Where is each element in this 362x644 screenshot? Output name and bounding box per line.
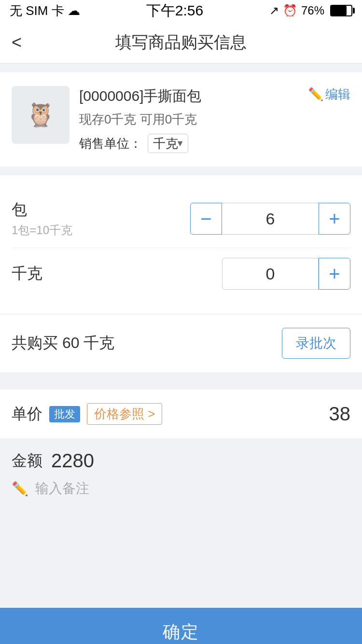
price-tag-pi: 批发 <box>49 406 80 422</box>
qty-label-kg-wrap: 千克 <box>12 263 42 284</box>
back-button[interactable]: < <box>12 32 22 53</box>
unit-select[interactable]: 千克 <box>148 134 188 153</box>
summary-section: 共购买 60 千克 录批次 <box>0 314 362 372</box>
qty-plus-bag[interactable]: + <box>319 203 350 235</box>
edit-icon: ✏️ <box>308 87 323 102</box>
summary-text: 共购买 60 千克 <box>12 333 114 354</box>
amount-value: 2280 <box>51 450 94 472</box>
amount-row: 金额 2280 <box>12 450 350 472</box>
price-row: 单价 批发 价格参照 > 38 <box>12 403 350 425</box>
amount-section: 金额 2280 ✏️ 输入备注 <box>0 438 362 511</box>
status-left: 无 SIM 卡 ☁ <box>10 2 80 19</box>
product-name: [0000006]手撕面包 <box>79 86 201 106</box>
battery-percent: 76% <box>301 4 324 17</box>
qty-plus-kg[interactable]: + <box>319 258 350 290</box>
summary-amount: 60 <box>62 334 80 351</box>
price-value: 38 <box>329 403 351 425</box>
qty-control-bag: − + <box>190 203 350 235</box>
qty-label-bag-wrap: 包 1包=10千克 <box>12 199 72 238</box>
product-logo: 🦉 <box>26 101 55 128</box>
qty-row-kg: 千克 + <box>12 248 350 299</box>
unit-select-wrap[interactable]: 千克 <box>148 134 188 153</box>
qty-sublabel-bag: 1包=10千克 <box>12 223 72 238</box>
qty-label-bag: 包 <box>12 199 72 221</box>
section-divider-1 <box>0 167 362 175</box>
product-stock: 现存0千克 可用0千克 <box>79 111 350 128</box>
price-left: 单价 批发 价格参照 > <box>12 403 162 425</box>
product-header: [0000006]手撕面包 ✏️ 编辑 <box>79 86 350 106</box>
status-time: 下午2:56 <box>146 1 203 21</box>
product-info: [0000006]手撕面包 ✏️ 编辑 现存0千克 可用0千克 销售单位： 千克 <box>79 86 350 153</box>
qty-control-kg: + <box>222 258 350 290</box>
status-right: ↗ ⏰ 76% <box>269 4 352 17</box>
battery-icon <box>330 5 352 16</box>
product-image: 🦉 <box>12 86 70 144</box>
qty-input-bag[interactable] <box>222 203 319 235</box>
unit-label: 销售单位： <box>79 135 142 152</box>
location-icon: ↗ <box>269 4 279 17</box>
confirm-button[interactable]: 确定 <box>0 608 362 644</box>
qty-label-kg: 千克 <box>12 263 42 284</box>
amount-label: 金额 <box>12 450 42 472</box>
price-ref-button[interactable]: 价格参照 > <box>87 403 162 425</box>
qty-input-kg[interactable] <box>222 258 319 290</box>
bottom-spacer <box>0 511 362 608</box>
remark-row[interactable]: ✏️ 输入备注 <box>12 479 350 498</box>
nav-bar: < 填写商品购买信息 <box>0 21 362 64</box>
product-card: 🦉 [0000006]手撕面包 ✏️ 编辑 现存0千克 可用0千克 销售单位： … <box>0 72 362 167</box>
qty-row-bag: 包 1包=10千克 − + <box>12 190 350 248</box>
status-bar: 无 SIM 卡 ☁ 下午2:56 ↗ ⏰ 76% <box>0 0 362 21</box>
batch-button[interactable]: 录批次 <box>282 328 350 359</box>
qty-section: 包 1包=10千克 − + 千克 + <box>0 175 362 314</box>
page-title: 填写商品购买信息 <box>115 31 247 54</box>
edit-link[interactable]: ✏️ 编辑 <box>308 86 350 103</box>
alarm-icon: ⏰ <box>283 4 297 17</box>
product-unit-row: 销售单位： 千克 <box>79 134 350 153</box>
edit-label: 编辑 <box>325 86 350 103</box>
qty-minus-bag[interactable]: − <box>190 203 222 235</box>
remark-placeholder: 输入备注 <box>35 479 89 498</box>
price-section: 单价 批发 价格参照 > 38 <box>0 390 362 438</box>
price-label: 单价 <box>12 404 42 425</box>
pencil-icon: ✏️ <box>12 481 28 497</box>
sim-label: 无 SIM 卡 ☁ <box>10 2 80 19</box>
section-divider-2 <box>0 372 362 381</box>
